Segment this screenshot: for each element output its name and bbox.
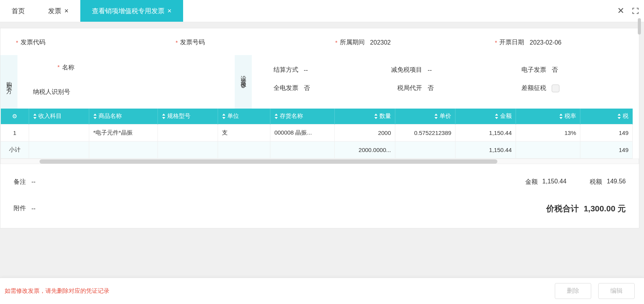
sort-icon [495, 114, 499, 119]
content-scroll[interactable]: * 发票代码 * 发票号码 * 所属期间 202302 * 开票日期 2023-… [0, 22, 644, 278]
horizontal-scrollbar[interactable] [0, 159, 639, 164]
buyer-taxid-label: 纳税人识别号 [33, 88, 70, 96]
th-income-subject[interactable]: 收入科目 [29, 109, 89, 124]
required-mark: * [495, 39, 497, 46]
footer-info: 备注 -- 金额 1,150.44 税额 149.56 附件 -- [0, 164, 639, 228]
diff-tax-label: 差额征税 [507, 84, 546, 92]
buyer-name-label: 名称 [62, 64, 74, 72]
total-label: 价税合计 [546, 203, 579, 214]
cell-index: 1 [1, 124, 29, 141]
settings-block: 结算方式 -- 减免税项目 -- 电子发票 否 全电发票 否 税局代开 否 差额… [252, 55, 639, 109]
buyer-section-text: 购买方 [5, 77, 13, 86]
subtotal-tax: 149 [580, 141, 633, 158]
period-field: * 所属期间 202302 [320, 38, 480, 47]
subtotal-row: 小计 2000.0000... 1,150.44 149 [1, 141, 633, 158]
exempt-label: 减免税项目 [383, 66, 422, 74]
top-icons: ✕ [617, 0, 639, 22]
table-header: ⚙ 收入科目 商品名称 规格型号 单位 存货名称 数量 单价 金额 税率 税 [1, 109, 633, 124]
sort-icon [222, 114, 226, 119]
invoice-code-field: * 发票代码 [0, 38, 160, 47]
buyer-section-label: 购买方 [0, 55, 17, 109]
exempt-value: -- [428, 67, 432, 74]
invoice-code-label: 发票代码 [21, 38, 45, 47]
tab-invoice-label: 发票 [48, 7, 61, 16]
cell-product-name: *电子元件*晶振 [89, 124, 158, 141]
table-body: 1 *电子元件*晶振 支 000008 晶振... 2000 0.5752212… [1, 124, 633, 158]
fullscreen-icon[interactable] [632, 7, 639, 15]
cell-tax-rate: 13% [516, 124, 580, 141]
subtotal-empty [395, 141, 455, 158]
full-einvoice-value: 否 [304, 84, 310, 92]
tab-home[interactable]: 首页 [0, 0, 36, 22]
cell-stock-name: 000008 晶振... [270, 124, 335, 141]
th-config[interactable]: ⚙ [1, 109, 29, 124]
th-tax[interactable]: 税 [580, 109, 633, 124]
period-value: 202302 [370, 39, 391, 46]
total-value: 1,300.00 元 [583, 203, 626, 214]
period-label: 所属期间 [340, 38, 365, 47]
delete-button[interactable]: 删除 [555, 283, 591, 299]
sort-icon [434, 114, 438, 119]
full-einvoice-field: 全电发票 否 [260, 82, 383, 95]
sort-icon [274, 114, 278, 119]
buyer-block: * 名称 纳税人识别号 [17, 55, 235, 109]
th-stock-name[interactable]: 存货名称 [270, 109, 335, 124]
settlement-value: -- [304, 67, 308, 74]
diff-tax-field: 差额征税 [507, 82, 631, 95]
th-unit[interactable]: 单位 [218, 109, 270, 124]
remark-row: 备注 -- 金额 1,150.44 税额 149.56 [14, 178, 626, 186]
settlement-field: 结算方式 -- [260, 64, 383, 76]
einvoice-value: 否 [552, 66, 558, 74]
foot-amount-label: 金额 [525, 178, 538, 186]
required-mark: * [57, 64, 60, 72]
invoice-number-label: 发票号码 [180, 38, 205, 47]
foot-amount-value: 1,150.44 [542, 178, 566, 186]
sort-icon [374, 114, 378, 119]
cell-amount: 1,150.44 [455, 124, 516, 141]
th-quantity[interactable]: 数量 [335, 109, 395, 124]
action-buttons: 删除 编辑 [555, 283, 635, 299]
sort-icon [33, 114, 37, 119]
close-icon[interactable]: × [64, 7, 69, 15]
tab-view-invoice-label: 查看销项增值税专用发票 [92, 7, 164, 16]
th-amount[interactable]: 金额 [455, 109, 516, 124]
th-unit-price-label: 单价 [440, 112, 451, 119]
header-info-row: * 发票代码 * 发票号码 * 所属期间 202302 * 开票日期 2023-… [0, 28, 639, 55]
remark-value: -- [31, 178, 36, 185]
subtotal-empty [270, 141, 335, 158]
vertical-scrollbar-thumb[interactable] [638, 18, 641, 35]
th-amount-label: 金额 [500, 112, 512, 119]
tab-invoice[interactable]: 发票 × [36, 0, 80, 22]
th-tax-rate-label: 税率 [564, 112, 576, 119]
required-mark: * [335, 39, 338, 46]
foot-tax-value: 149.56 [607, 178, 626, 186]
gear-icon: ⚙ [12, 113, 17, 119]
edit-button[interactable]: 编辑 [598, 283, 635, 299]
th-income-subject-label: 收入科目 [38, 112, 62, 119]
th-tax-rate[interactable]: 税率 [516, 109, 580, 124]
sort-icon [617, 114, 621, 119]
warning-text: 如需修改发票，请先删除对应的凭证记录 [5, 287, 109, 295]
cell-unit-price: 0.5752212389 [395, 124, 455, 141]
tax-office-field: 税局代开 否 [383, 82, 507, 95]
close-window-icon[interactable]: ✕ [617, 7, 625, 15]
bottom-action-bar: 如需修改发票，请先删除对应的凭证记录 删除 编辑 [0, 278, 644, 304]
close-icon[interactable]: × [168, 7, 172, 15]
vertical-scrollbar[interactable] [636, 29, 642, 275]
settlement-label: 结算方式 [260, 66, 298, 74]
th-spec[interactable]: 规格型号 [158, 109, 218, 124]
tabs: 首页 发票 × 查看销项增值税专用发票 × [0, 0, 183, 22]
buyer-name-row: * 名称 [28, 64, 227, 72]
full-einvoice-label: 全电发票 [260, 84, 298, 92]
th-unit-price[interactable]: 单价 [395, 109, 455, 124]
th-product-name[interactable]: 商品名称 [89, 109, 158, 124]
settings-section-label: 设置项 ⚙ [235, 55, 252, 109]
invoice-panel: * 发票代码 * 发票号码 * 所属期间 202302 * 开票日期 2023-… [0, 28, 639, 228]
horizontal-scrollbar-thumb[interactable] [40, 159, 497, 164]
cell-unit: 支 [218, 124, 270, 141]
table-row[interactable]: 1 *电子元件*晶振 支 000008 晶振... 2000 0.5752212… [1, 124, 633, 141]
diff-tax-checkbox[interactable] [552, 85, 559, 92]
tab-view-invoice[interactable]: 查看销项增值税专用发票 × [80, 0, 184, 22]
gear-icon[interactable]: ⚙ [240, 83, 247, 93]
cell-spec [158, 124, 218, 141]
